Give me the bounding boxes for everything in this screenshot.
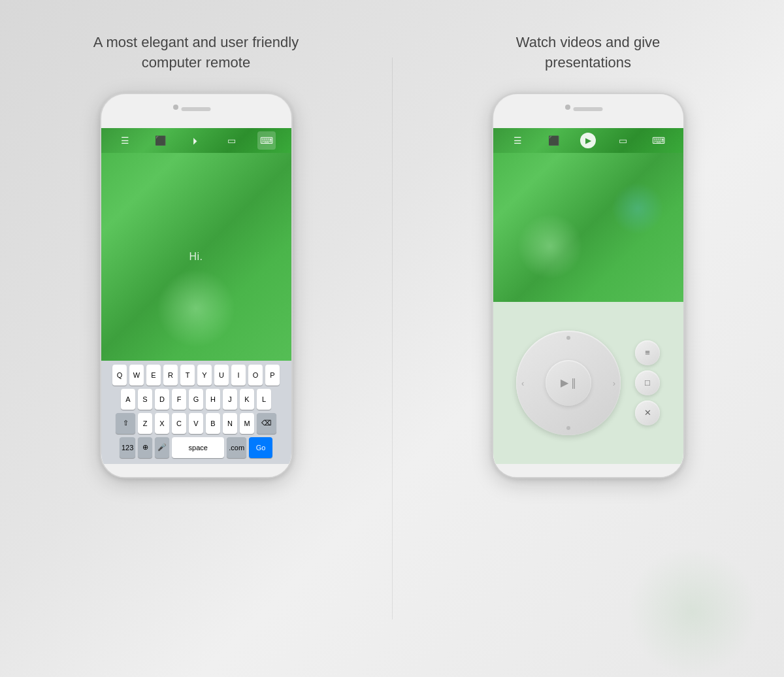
key-p[interactable]: P xyxy=(265,365,280,386)
key-w[interactable]: W xyxy=(129,365,144,386)
key-f[interactable]: F xyxy=(172,389,186,410)
toolbar-menu-left[interactable]: ☰ xyxy=(116,131,135,150)
d-pad-outer[interactable]: ‹ ▶ ‖ › xyxy=(516,331,621,435)
key-i[interactable]: I xyxy=(231,365,246,386)
close-icon: ✕ xyxy=(644,408,651,418)
key-e[interactable]: E xyxy=(146,365,161,386)
d-pad-bottom-dot xyxy=(566,426,570,430)
remote-row: ‹ ▶ ‖ › ≡ xyxy=(516,331,660,435)
key-delete[interactable]: ⌫ xyxy=(257,413,276,434)
key-j[interactable]: J xyxy=(223,389,237,410)
key-s[interactable]: S xyxy=(138,389,152,410)
key-q[interactable]: Q xyxy=(112,365,127,386)
key-y[interactable]: Y xyxy=(197,365,212,386)
left-phone: ☰ ⬛ ⏵ ▭ ⌨ Hi. Q W E R xyxy=(100,93,293,478)
key-b[interactable]: B xyxy=(206,413,220,434)
phone-bottom-left xyxy=(101,464,291,477)
key-go[interactable]: Go xyxy=(249,437,272,458)
speaker-right xyxy=(574,107,603,111)
key-u[interactable]: U xyxy=(214,365,229,386)
key-123[interactable]: 123 xyxy=(120,437,135,458)
key-row-1: Q W E R T Y U I O P xyxy=(104,365,289,386)
touchpad[interactable]: Hi. xyxy=(101,153,291,361)
key-v[interactable]: V xyxy=(189,413,203,434)
phone-bottom-right xyxy=(493,464,683,477)
key-l[interactable]: L xyxy=(257,389,271,410)
toolbar-keyboard-left[interactable]: ⌨ xyxy=(257,131,276,150)
key-n[interactable]: N xyxy=(223,413,237,434)
keyboard: Q W E R T Y U I O P A S D xyxy=(101,361,291,464)
key-a[interactable]: A xyxy=(121,389,135,410)
remote-stop-btn[interactable]: □ xyxy=(635,371,660,395)
key-k[interactable]: K xyxy=(240,389,254,410)
d-pad-right-arrow[interactable]: › xyxy=(613,378,615,388)
key-m[interactable]: M xyxy=(240,413,254,434)
key-x[interactable]: X xyxy=(155,413,169,434)
left-phone-screen: ☰ ⬛ ⏵ ▭ ⌨ Hi. Q W E R xyxy=(101,128,291,464)
left-panel-title: A most elegant and user friendly compute… xyxy=(91,33,301,73)
touchpad-text: Hi. xyxy=(189,251,203,263)
toolbar-play-left[interactable]: ⏵ xyxy=(187,131,205,150)
phone-top-right xyxy=(493,94,683,128)
remote-area: ‹ ▶ ‖ › ≡ xyxy=(493,302,683,464)
key-t[interactable]: T xyxy=(180,365,195,386)
right-phone: ☰ ⬛ ▶ ▭ ⌨ xyxy=(492,93,685,478)
right-panel-title: Watch videos and give presentations xyxy=(483,33,693,73)
toolbar-keyboard-right[interactable]: ⌨ xyxy=(649,131,668,150)
toolbar-monitor-left[interactable]: ⬛ xyxy=(152,131,170,150)
key-space[interactable]: space xyxy=(172,437,224,458)
right-phone-screen: ☰ ⬛ ▶ ▭ ⌨ xyxy=(493,128,683,464)
camera-left xyxy=(173,105,178,110)
phone-top-left xyxy=(101,94,291,128)
main-container: A most elegant and user friendly compute… xyxy=(0,0,784,677)
camera-right xyxy=(565,105,570,110)
toolbar-window-right[interactable]: ▭ xyxy=(613,131,632,150)
right-touchpad-glow xyxy=(517,214,583,279)
toolbar-menu-right[interactable]: ☰ xyxy=(508,131,527,150)
key-c[interactable]: C xyxy=(172,413,186,434)
remote-menu-btn[interactable]: ≡ xyxy=(635,340,660,365)
d-pad-center[interactable]: ▶ ‖ xyxy=(546,360,591,406)
d-pad[interactable]: ‹ ▶ ‖ › xyxy=(516,331,621,435)
speaker-left xyxy=(182,107,211,111)
key-g[interactable]: G xyxy=(189,389,203,410)
right-app-toolbar: ☰ ⬛ ▶ ▭ ⌨ xyxy=(493,128,683,153)
key-row-4: 123 ⊕ 🎤 space .com Go xyxy=(104,437,289,458)
left-panel: A most elegant and user friendly compute… xyxy=(0,0,392,677)
remote-close-btn[interactable]: ✕ xyxy=(635,401,660,425)
toolbar-window-left[interactable]: ▭ xyxy=(222,131,240,150)
remote-side-buttons: ≡ □ ✕ xyxy=(635,340,660,425)
key-z[interactable]: Z xyxy=(138,413,152,434)
key-d[interactable]: D xyxy=(155,389,169,410)
key-dotcom[interactable]: .com xyxy=(227,437,246,458)
play-pause-icon: ▶ ‖ xyxy=(561,376,576,389)
right-panel: Watch videos and give presentations ☰ ⬛ … xyxy=(392,0,784,677)
menu-lines-icon: ≡ xyxy=(645,348,650,357)
toolbar-monitor-right[interactable]: ⬛ xyxy=(544,131,563,150)
touchpad-glow xyxy=(157,269,235,348)
key-h[interactable]: H xyxy=(206,389,220,410)
key-o[interactable]: O xyxy=(248,365,263,386)
left-app-toolbar: ☰ ⬛ ⏵ ▭ ⌨ xyxy=(101,128,291,153)
toolbar-play-right[interactable]: ▶ xyxy=(580,133,596,148)
key-row-3: ⇧ Z X C V B N M ⌫ xyxy=(104,413,289,434)
right-touchpad-glow2 xyxy=(612,182,664,235)
key-mic[interactable]: 🎤 xyxy=(155,437,169,458)
d-pad-left-arrow[interactable]: ‹ xyxy=(521,378,524,388)
right-touchpad[interactable] xyxy=(493,153,683,302)
key-row-2: A S D F G H J K L xyxy=(104,389,289,410)
key-r[interactable]: R xyxy=(163,365,178,386)
key-shift[interactable]: ⇧ xyxy=(116,413,135,434)
d-pad-top-dot xyxy=(566,336,570,340)
key-globe[interactable]: ⊕ xyxy=(138,437,152,458)
stop-icon: □ xyxy=(645,378,650,388)
